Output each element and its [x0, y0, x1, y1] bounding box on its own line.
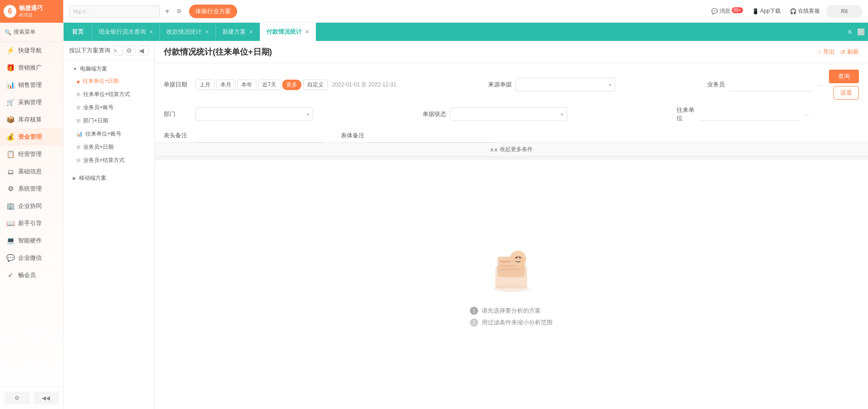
- topbar-gear-button[interactable]: ⚙: [173, 5, 185, 18]
- scheme-item-dept-date[interactable]: ⊞ 部门+日期: [64, 114, 154, 127]
- date-btn-more[interactable]: 更多: [282, 80, 301, 90]
- scheme-item-staff-settle[interactable]: ⊞ 业务员+结算方式: [64, 154, 154, 167]
- scheme-group-mobile-title[interactable]: ▶ 移动端方案: [64, 172, 154, 184]
- scheme-item-partner-settle[interactable]: ⊞ 往来单位+结算方式: [64, 88, 154, 101]
- body-note-label: 表体备注: [341, 131, 368, 140]
- date-btn-7days[interactable]: 近7天: [258, 80, 280, 90]
- sidebar-item-marketing[interactable]: 🎁 营销推广: [0, 59, 63, 76]
- query-button[interactable]: 查询: [829, 70, 859, 83]
- tab-bank[interactable]: 现金银行流水查询 ✕: [92, 23, 160, 41]
- search-menu-button[interactable]: 🔍 搜索菜单: [5, 26, 59, 38]
- window-maximize-button[interactable]: ⬜: [857, 28, 864, 35]
- refresh-icon: ↺: [840, 49, 845, 56]
- sidebar-search-area: 🔍 搜索菜单: [0, 23, 63, 42]
- partner-input[interactable]: [699, 107, 800, 121]
- scheme-group-desktop-title[interactable]: ▼ 电脑端方案: [64, 63, 154, 75]
- page-header: 付款情况统计(往来单位+日期) ↑ 导出 ↺ 刷新: [155, 41, 868, 63]
- source-label: 来源单据: [488, 81, 515, 89]
- window-buttons: ✕ ⬜: [843, 23, 868, 41]
- collapse-conditions-button[interactable]: ∧∧ 收起更多条件: [155, 142, 868, 156]
- filter-body: 单据日期 上月 本月 本年 近7天 更多 自定义 2022-01-01 至 20…: [155, 63, 868, 157]
- date-btn-last-month[interactable]: 上月: [195, 80, 215, 90]
- scheme-group-mobile: ▶ 移动端方案: [64, 170, 154, 187]
- partner-more-icon[interactable]: ···: [804, 111, 809, 118]
- scheme-item-staff-date[interactable]: ⊞ 业务员+日期: [64, 141, 154, 154]
- online-service-button[interactable]: 🎧 在线客服: [787, 5, 823, 17]
- doc-status-select[interactable]: ▾: [450, 107, 568, 121]
- settings-button[interactable]: 设置: [833, 86, 859, 100]
- scheme-item-partner-date[interactable]: ● 往来单位+日期: [64, 75, 154, 88]
- sidebar-settings-button[interactable]: ⚙: [5, 392, 30, 404]
- sidebar-item-wechat[interactable]: 💬 企业微信: [0, 249, 63, 267]
- scheme-group-desktop-chevron: ▼: [73, 66, 77, 71]
- tab-new-plan[interactable]: 新建方案 ✕: [216, 23, 260, 41]
- sidebar-collapse-button[interactable]: ◀◀: [34, 392, 59, 404]
- sidebar-item-system[interactable]: ⚙ 系统管理: [0, 180, 63, 197]
- scheme-add-button[interactable]: +: [113, 45, 123, 56]
- scheme-item-staff-date-icon: ⊞: [76, 144, 80, 150]
- tab-payment[interactable]: 付款情况统计 ✕: [260, 23, 316, 41]
- sidebar-item-enterprise[interactable]: 🏢 企业协同: [0, 197, 63, 215]
- svg-point-8: [519, 257, 521, 258]
- sidebar-nav: ⚡ 快捷导航 🎁 营销推广 📊 销售管理 🛒 采购管理 📦 库存核算 💰 资金管…: [0, 42, 63, 387]
- date-btn-this-month[interactable]: 本月: [216, 80, 235, 90]
- tab-payment-close-icon[interactable]: ✕: [305, 29, 309, 35]
- tab-receipt-close-icon[interactable]: ✕: [205, 29, 209, 35]
- export-button[interactable]: ↑ 导出: [818, 48, 835, 56]
- scheme-item-partner-account-icon: 📊: [76, 131, 83, 137]
- basic-icon: 🗂: [6, 168, 15, 176]
- date-label: 单据日期: [164, 81, 195, 89]
- app-download-button[interactable]: 📱 App下载: [749, 5, 783, 17]
- window-close-button[interactable]: ✕: [846, 28, 853, 35]
- tabbar: 首页 现金银行流水查询 ✕ 收款情况统计 ✕ 新建方案 ✕ 付款情况统计 ✕ ✕…: [64, 23, 868, 41]
- marketing-icon: 🎁: [6, 64, 15, 72]
- staff-input[interactable]: [730, 78, 813, 91]
- tab-home[interactable]: 首页: [64, 23, 92, 41]
- scheme-item-staff-account[interactable]: ⊞ 业务员+账号: [64, 101, 154, 114]
- empty-illustration: [484, 243, 539, 298]
- sidebar-item-basic[interactable]: 🗂 基础信息: [0, 163, 63, 180]
- scheme-panel-header: 按以下方案查询 + ⚙ ◀: [64, 41, 154, 61]
- date-btn-this-year[interactable]: 本年: [237, 80, 256, 90]
- sidebar-item-finance[interactable]: 💰 资金管理: [0, 128, 63, 146]
- dept-label: 部门: [164, 110, 195, 118]
- sidebar-item-operation[interactable]: 📋 经营管理: [0, 146, 63, 163]
- scheme-collapse-button[interactable]: ◀: [139, 45, 149, 56]
- scheme-settings-button[interactable]: ⚙: [126, 45, 136, 56]
- date-btn-custom[interactable]: 自定义: [303, 80, 328, 90]
- user-avatar[interactable]: Rit: [826, 5, 863, 18]
- scheme-item-staff-account-icon: ⊞: [76, 105, 80, 111]
- staff-label: 业务员: [707, 81, 730, 89]
- filter-row-3: 表头备注 表体备注: [164, 129, 859, 142]
- address-bar[interactable]: http://...: [69, 5, 160, 18]
- tab-new-plan-close-icon[interactable]: ✕: [249, 29, 253, 35]
- header-note-input[interactable]: [195, 129, 323, 142]
- page-content: 按以下方案查询 + ⚙ ◀ ▼ 电脑端方案 ● 往来单位+日期: [64, 41, 868, 409]
- scheme-item-partner-account[interactable]: 📊 往来单位+账号: [64, 127, 154, 141]
- sidebar-item-member[interactable]: ✓ 畅会员: [0, 267, 63, 284]
- dept-select-arrow: ▾: [307, 112, 309, 117]
- sidebar-item-sales[interactable]: 📊 销售管理: [0, 76, 63, 94]
- scheme-item-partner-date-icon: ●: [76, 78, 80, 85]
- messages-button[interactable]: 💬 消息 99+: [708, 5, 746, 17]
- sidebar-item-quick-nav[interactable]: ⚡ 快捷导航: [0, 42, 63, 59]
- url-dropdown-icon[interactable]: ▾: [165, 7, 169, 15]
- refresh-button[interactable]: ↺ 刷新: [840, 48, 859, 56]
- sidebar-item-inventory[interactable]: 📦 库存核算: [0, 111, 63, 128]
- logo-name: 畅捷通巧: [19, 5, 43, 12]
- filter-area: 付款情况统计(往来单位+日期) ↑ 导出 ↺ 刷新 单据日期: [155, 41, 868, 409]
- system-icon: ⚙: [6, 185, 15, 193]
- staff-more-icon[interactable]: ···: [817, 81, 822, 88]
- tab-receipt[interactable]: 收款情况统计 ✕: [160, 23, 216, 41]
- service-icon: 🎧: [790, 8, 797, 15]
- sidebar-item-hardware[interactable]: 💻 智能硬件: [0, 232, 63, 249]
- sidebar-item-purchase[interactable]: 🛒 采购管理: [0, 94, 63, 111]
- doc-status-label: 单据状态: [423, 110, 450, 118]
- body-note-input[interactable]: [368, 129, 495, 142]
- trial-button[interactable]: 体验行业方案: [189, 5, 237, 18]
- sidebar-item-guide[interactable]: 📖 新手引导: [0, 215, 63, 232]
- dept-select[interactable]: ▾: [195, 107, 313, 121]
- tab-bank-close-icon[interactable]: ✕: [149, 29, 153, 35]
- source-select[interactable]: ▾: [515, 78, 615, 91]
- scheme-item-dept-date-icon: ⊞: [76, 118, 80, 124]
